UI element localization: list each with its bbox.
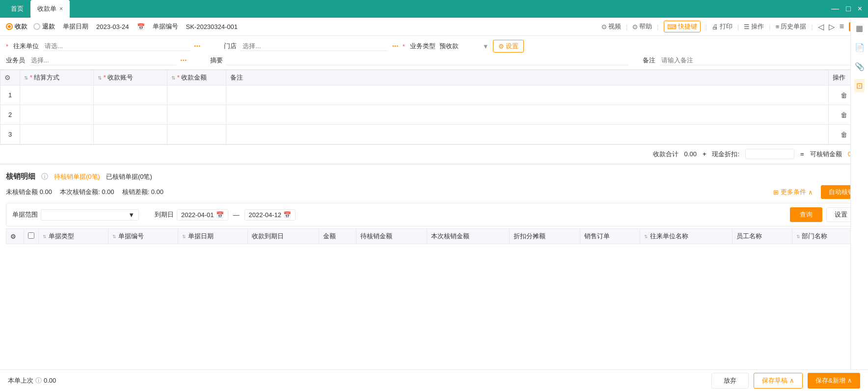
info-icon[interactable]: ⓘ (35, 376, 42, 385)
date-end-input[interactable]: 2022-04-12 📅 (244, 209, 296, 221)
store-input[interactable] (241, 41, 388, 51)
save-new-button[interactable]: 保存&新增 ∧ (808, 373, 860, 389)
th-amount: ⇅ * 收款金额 (167, 70, 226, 85)
filter-actions: 查询 设置 (790, 207, 856, 222)
save-draft-button[interactable]: 保存草稿 ∧ (754, 373, 803, 389)
sidebar-doc-icon[interactable]: 📄 (853, 41, 867, 54)
th-remark: 备注 (226, 70, 829, 85)
row-remark[interactable] (226, 125, 829, 144)
window-close-icon[interactable]: × (856, 3, 864, 14)
bt-doc-date-label: 单据日期 (188, 232, 214, 240)
row-account[interactable] (94, 105, 167, 125)
sidebar-expand-icon[interactable]: ⊡ (854, 79, 865, 92)
calendar-icon[interactable]: 📅 (137, 23, 145, 30)
section-divider (0, 163, 868, 165)
current-value: 0.00 (102, 188, 114, 196)
store-more-icon[interactable]: ··· (392, 42, 398, 51)
tab-receipt[interactable]: 收款单 × (30, 0, 70, 18)
operation-icon: ☰ (744, 23, 750, 30)
pending-tab[interactable]: 待核销单据(0笔) (54, 172, 100, 181)
remark-input[interactable] (659, 56, 862, 65)
right-arrow-icon[interactable]: ▷ (829, 22, 835, 31)
row-delete-icon[interactable]: 🗑 (841, 91, 847, 99)
window-min-icon[interactable]: — (829, 3, 841, 14)
row-amount[interactable] (167, 125, 226, 144)
more-conditions-label: 更多条件 (781, 188, 806, 196)
sidebar-table-icon[interactable]: ▦ (854, 22, 865, 35)
row-delete-icon[interactable]: 🗑 (841, 111, 847, 119)
bt-pending-amount-label: 待核销金额 (360, 232, 392, 240)
remark-label: 备注 (643, 56, 655, 65)
range-select[interactable]: ▼ (41, 209, 139, 221)
row-settle[interactable] (20, 85, 94, 105)
more-conditions-btn[interactable]: ⊞ 更多条件 ∧ (773, 188, 813, 196)
discount-input[interactable] (745, 149, 794, 159)
counterpart-more-icon[interactable]: ··· (194, 42, 200, 51)
bt-checkbox-col[interactable] (24, 229, 39, 244)
range-filter: 单据范围 ▼ (12, 209, 139, 221)
done-tab[interactable]: 已核销单据(0笔) (106, 172, 152, 181)
bt-due-date: 收款到期日 (248, 229, 319, 244)
keyboard-icon: ⌨ (667, 23, 677, 30)
tool-help[interactable]: ⊙ 帮助 (632, 22, 652, 31)
btype-dropdown-icon[interactable]: ▼ (483, 43, 489, 50)
staff-label: 业务员 (6, 56, 25, 65)
date-start-input[interactable]: 2022-04-01 📅 (177, 209, 228, 221)
query-button[interactable]: 查询 (790, 207, 822, 222)
th-gear[interactable]: ⚙ (0, 70, 20, 85)
summary-label: 摘要 (210, 56, 223, 65)
tool-operation[interactable]: ☰ 操作 (744, 22, 764, 31)
list-icon[interactable]: ≡ (840, 22, 844, 31)
toolbar: 收款 退款 单据日期 2023-03-24 📅 单据编号 SK-20230324… (0, 18, 868, 36)
radio-receipt[interactable]: 收款 (6, 22, 27, 31)
date-value[interactable]: 2023-03-24 (96, 23, 129, 30)
window-max-icon[interactable]: □ (844, 3, 853, 14)
save-new-arrow-icon[interactable]: ∧ (847, 377, 852, 384)
summary-input[interactable] (227, 56, 628, 65)
unchecked-stat: 未核销金额 0.00 (6, 188, 52, 196)
radio-refund-circle (33, 23, 40, 30)
tab-home[interactable]: 首页 (4, 0, 30, 18)
tab-home-label: 首页 (11, 4, 24, 13)
bt-gear-col[interactable]: ⚙ (6, 229, 24, 244)
row-remark[interactable] (226, 85, 829, 105)
row-account[interactable] (94, 85, 167, 105)
abandon-button[interactable]: 放弃 (711, 373, 749, 389)
select-all-checkbox[interactable] (28, 232, 34, 239)
row-remark[interactable] (226, 105, 829, 125)
row-settle[interactable] (20, 125, 94, 144)
radio-receipt-label: 收款 (15, 22, 27, 31)
row-account[interactable] (94, 125, 167, 144)
col-amount-label: 收款金额 (181, 74, 207, 81)
left-arrow-icon[interactable]: ◁ (818, 22, 824, 31)
radio-refund[interactable]: 退款 (33, 22, 55, 31)
table-gear-icon[interactable]: ⚙ (4, 74, 11, 82)
row-delete-icon[interactable]: 🗑 (841, 131, 847, 139)
row-amount[interactable] (167, 105, 226, 125)
calendar-start-icon[interactable]: 📅 (216, 211, 224, 219)
verify-header: 核销明细 ⓘ 待核销单据(0笔) 已核销单据(0笔) (6, 172, 862, 181)
tool-shortcut[interactable]: ⌨ 快捷键 (664, 21, 701, 32)
staff-input[interactable] (29, 56, 176, 65)
toolbar-right: ⊙ 视频 | ⊙ 帮助 | ⌨ 快捷键 | 🖨 打印 | ☰ 操作 (601, 21, 862, 32)
sidebar-attach-icon[interactable]: 📎 (853, 60, 867, 73)
tool-history[interactable]: ≡ 历史单据 (776, 22, 807, 31)
row-amount[interactable] (167, 85, 226, 105)
tool-video[interactable]: ⊙ 视频 (601, 22, 621, 31)
tool-print[interactable]: 🖨 打印 (712, 22, 732, 31)
settings-button[interactable]: ⚙ 设置 (493, 40, 524, 53)
tab-close-icon[interactable]: × (59, 5, 63, 12)
form-row-1: * 往来单位 ··· 门店 ··· * 业务类型 预收款 ▼ ⚙ 设置 (6, 40, 862, 53)
staff-more-icon[interactable]: ··· (180, 56, 187, 65)
print-icon: 🖨 (712, 23, 718, 30)
row-settle[interactable] (20, 105, 94, 125)
plus-sign: + (703, 150, 706, 158)
tab-bar-right: — □ × (829, 3, 864, 14)
verify-info-icon[interactable]: ⓘ (41, 172, 48, 181)
btype-label: 业务类型 (410, 42, 435, 51)
counterpart-input[interactable] (43, 41, 190, 51)
date-label: 单据日期 (63, 22, 88, 31)
calendar-end-icon[interactable]: 📅 (283, 211, 291, 219)
save-draft-arrow-icon[interactable]: ∧ (789, 377, 794, 384)
bt-current-amount: 本次核销金额 (427, 229, 510, 244)
